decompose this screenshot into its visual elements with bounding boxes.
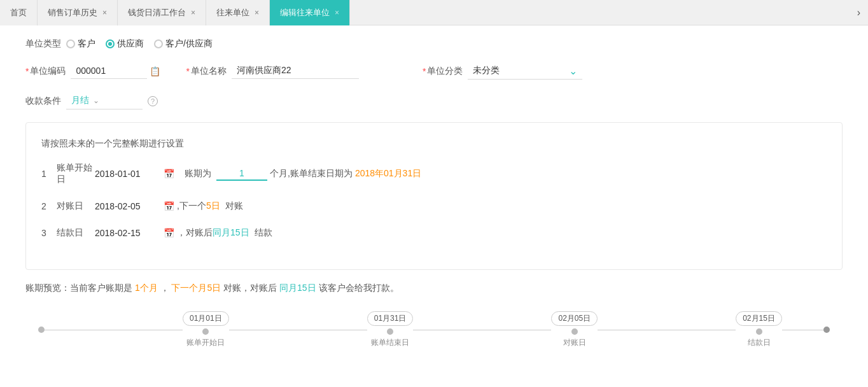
unit-code-input[interactable] xyxy=(71,63,147,79)
payment-condition-item: 收款条件 月结 ⌄ ? xyxy=(25,92,158,109)
unit-category-select[interactable]: 未分类 ⌄ xyxy=(468,62,582,80)
row-2-calendar-icon[interactable]: 📅 xyxy=(164,201,174,211)
setting-row-2: 2 对账日 2018-02-05 📅 ,下一个 5日 对账 xyxy=(41,201,827,212)
preview-part2-sep: 对账，对账后 xyxy=(223,283,277,293)
tab-bar: 首页 销售订单历史 × 钱货日清工作台 × 往来单位 × 编辑往来单位 × › xyxy=(0,0,868,25)
row-3-desc-prefix: ，对账后 xyxy=(177,227,213,239)
row-3-date: 2018-02-15 xyxy=(95,228,158,238)
row-2-desc-highlight: 5日 xyxy=(206,201,220,212)
close-tab-edit-partner[interactable]: × xyxy=(335,8,339,17)
settings-card: 请按照未来的一个完整帐期进行设置 1 账单开始日 2018-01-01 📅 账期… xyxy=(25,122,843,270)
close-tab-partner[interactable]: × xyxy=(255,8,259,17)
timeline-segment-3 xyxy=(413,330,551,330)
timeline-segment-4 xyxy=(598,330,736,330)
preview-part3: 同月15日 xyxy=(279,283,316,293)
row-1-num: 1 xyxy=(41,169,57,179)
node-2-dot xyxy=(387,328,393,335)
unit-category-item: * 单位分类 未分类 ⌄ xyxy=(423,62,582,80)
tab-home[interactable]: 首页 xyxy=(0,0,38,25)
tab-sales-history[interactable]: 销售订单历史 × xyxy=(38,0,118,25)
row-1-period-label: 账期为 xyxy=(185,168,211,179)
radio-both[interactable]: 客户/供应商 xyxy=(154,38,213,50)
tab-daily-work[interactable]: 钱货日清工作台 × xyxy=(118,0,206,25)
unit-code-item: * 单位编码 📋 xyxy=(25,63,160,79)
timeline-node-3: 02月05日 对账日 xyxy=(551,311,598,348)
node-3-badge: 02月05日 xyxy=(551,311,598,326)
tab-edit-partner[interactable]: 编辑往来单位 × xyxy=(270,0,350,25)
unit-info-row: * 单位编码 📋 * 单位名称 * 单位分类 未分类 ⌄ xyxy=(25,62,843,80)
preview-label: 账期预览：当前客户账期是 xyxy=(25,283,132,293)
node-3-dot xyxy=(571,328,578,335)
radio-supplier[interactable]: 供应商 xyxy=(106,38,144,50)
unit-type-radio-group: 客户 供应商 客户/供应商 xyxy=(66,38,213,50)
unit-code-calendar-icon[interactable]: 📋 xyxy=(150,66,160,76)
payment-condition-select[interactable]: 月结 ⌄ xyxy=(66,92,143,109)
close-tab-daily-work[interactable]: × xyxy=(191,8,195,17)
close-tab-sales-history[interactable]: × xyxy=(102,8,107,17)
main-content: 单位类型 客户 供应商 客户/供应商 * 单位编码 xyxy=(0,25,868,387)
row-2-date: 2018-02-05 xyxy=(95,201,158,211)
row-2-desc-suffix: 对账 xyxy=(225,201,243,212)
unit-name-item: * 单位名称 xyxy=(186,63,358,79)
payment-condition-help-icon[interactable]: ? xyxy=(148,96,158,106)
timeline-node-start xyxy=(38,327,45,333)
radio-both-circle xyxy=(154,39,163,48)
row-1-period-end: 2018年01月31日 xyxy=(355,168,421,179)
payment-condition-row: 收款条件 月结 ⌄ ? xyxy=(25,92,843,109)
unit-name-label: 单位名称 xyxy=(191,66,227,77)
category-dropdown-icon: ⌄ xyxy=(569,65,577,77)
unit-type-row: 单位类型 客户 供应商 客户/供应商 xyxy=(25,38,843,50)
row-1-period-unit: 个月,账单结束日期为 xyxy=(270,168,353,179)
unit-type-label: 单位类型 xyxy=(25,38,61,50)
row-3-desc-highlight: 同月15日 xyxy=(213,227,249,239)
node-4-badge: 02月15日 xyxy=(736,311,782,326)
start-dot xyxy=(38,327,45,333)
radio-customer[interactable]: 客户 xyxy=(66,38,95,50)
row-1-date: 2018-01-01 xyxy=(95,169,158,179)
timeline-segment-2 xyxy=(229,330,367,330)
unit-name-required: * xyxy=(186,66,189,76)
row-2-desc-prefix: ,下一个 xyxy=(177,201,206,212)
node-1-label: 账单开始日 xyxy=(186,337,225,348)
preview-part1: 1个月 xyxy=(135,283,158,293)
preview-part3-suffix: 该客户会给我打款。 xyxy=(319,283,399,293)
row-3-desc-suffix: 结款 xyxy=(255,227,272,239)
row-2-type: 对账日 xyxy=(57,201,95,212)
node-4-label: 结款日 xyxy=(748,337,771,348)
tab-more-button[interactable]: › xyxy=(850,0,868,25)
row-3-calendar-icon[interactable]: 📅 xyxy=(164,228,174,238)
timeline-node-4: 02月15日 结款日 xyxy=(736,311,782,348)
timeline-segment-1 xyxy=(45,330,183,330)
node-1-dot xyxy=(202,328,209,335)
row-2-num: 2 xyxy=(41,201,57,211)
timeline-segment-5 xyxy=(782,330,823,330)
row-1-type: 账单开始日 xyxy=(57,162,95,185)
unit-code-required: * xyxy=(25,66,29,76)
preview-part1-sep: ， xyxy=(160,283,169,293)
preview-text: 账期预览：当前客户账期是 1个月 ， 下一个月5日 对账，对账后 同月15日 该… xyxy=(25,280,843,296)
unit-code-label: 单位编码 xyxy=(30,66,66,77)
unit-category-required: * xyxy=(423,66,426,76)
timeline-node-2: 01月31日 账单结束日 xyxy=(367,311,414,348)
timeline-node-1: 01月01日 账单开始日 xyxy=(183,311,229,348)
node-2-label: 账单结束日 xyxy=(371,337,409,348)
setting-row-3: 3 结款日 2018-02-15 📅 ，对账后 同月15日 结款 xyxy=(41,227,827,239)
unit-category-label: 单位分类 xyxy=(427,66,463,77)
unit-type-item: 单位类型 客户 供应商 客户/供应商 xyxy=(25,38,213,50)
preview-part2: 下一个月5日 xyxy=(171,283,221,293)
payment-condition-value: 月结 xyxy=(71,95,89,106)
payment-condition-arrow: ⌄ xyxy=(93,96,99,105)
payment-condition-label: 收款条件 xyxy=(25,95,61,107)
timeline-container: 01月01日 账单开始日 01月31日 账单结束日 02月05日 对账日 02月… xyxy=(25,311,843,348)
node-3-label: 对账日 xyxy=(563,337,586,348)
end-dot xyxy=(823,327,830,333)
node-2-badge: 01月31日 xyxy=(367,311,414,326)
row-1-calendar-icon[interactable]: 📅 xyxy=(164,169,174,179)
unit-category-value: 未分类 xyxy=(473,65,500,76)
radio-customer-circle xyxy=(66,39,75,48)
node-4-dot xyxy=(756,328,762,335)
unit-name-input[interactable] xyxy=(232,63,359,79)
tab-partner[interactable]: 往来单位 × xyxy=(206,0,270,25)
card-hint: 请按照未来的一个完整帐期进行设置 xyxy=(41,138,827,150)
row-1-period-input[interactable] xyxy=(216,167,267,181)
